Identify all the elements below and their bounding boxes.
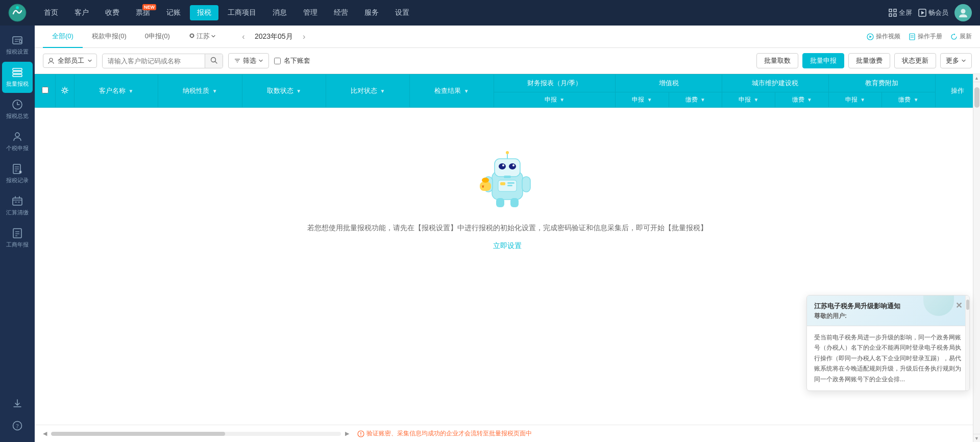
user-avatar[interactable] xyxy=(954,4,972,21)
horizontal-scrollbar[interactable] xyxy=(51,432,341,436)
sidebar-help-btn[interactable]: ? xyxy=(2,415,33,436)
employee-icon xyxy=(47,57,55,64)
operation-video-btn[interactable]: 操作视频 xyxy=(867,32,900,41)
nav-items: 首页 客户 收费 票据 NEW 记账 报税 工商项目 消息 管理 经营 服务 设… xyxy=(37,5,889,20)
sidebar-item-tax-record[interactable]: 报税记录 xyxy=(2,158,33,189)
sidebar-item-tax-overview[interactable]: 报税总览 xyxy=(2,94,33,125)
month-next-btn[interactable]: › xyxy=(298,31,310,43)
svg-point-12 xyxy=(19,40,22,43)
notification-close-button[interactable]: ✕ xyxy=(955,302,962,310)
month-nav: ‹ 2023年05月 › xyxy=(237,31,310,43)
nav-right: 全屏 畅会员 xyxy=(889,4,972,21)
nav-operation[interactable]: 经营 xyxy=(327,5,355,20)
tab-tax-declare[interactable]: 税款申报(0) xyxy=(83,26,136,48)
nav-customer[interactable]: 客户 xyxy=(67,5,96,20)
setup-link[interactable]: 立即设置 xyxy=(493,241,522,251)
right-scrollbar: ▲ ▼ xyxy=(973,74,980,442)
employee-select[interactable]: 全部员工 xyxy=(43,54,97,68)
month-prev-btn[interactable]: ‹ xyxy=(237,31,250,43)
help-icon: ? xyxy=(12,421,22,431)
accounts-checkbox[interactable] xyxy=(274,58,281,64)
sidebar-item-annual-report[interactable]: 工商年报 xyxy=(2,223,33,254)
svg-point-8 xyxy=(961,9,966,14)
scrollbar-track xyxy=(973,82,981,434)
svg-rect-42 xyxy=(910,34,915,40)
status-update-button[interactable]: 状态更新 xyxy=(894,53,936,68)
th-vat: 增值税 xyxy=(616,75,722,92)
th-settings[interactable] xyxy=(56,75,75,108)
app-logo[interactable] xyxy=(8,4,27,22)
scroll-down-button[interactable]: ▼ xyxy=(973,434,981,442)
nav-settings[interactable]: 设置 xyxy=(388,5,416,20)
svg-rect-15 xyxy=(13,71,22,73)
tab-zero-declare[interactable]: 0申报(0) xyxy=(136,26,179,48)
video-icon xyxy=(867,33,874,40)
svg-marker-41 xyxy=(870,35,872,38)
fullscreen-button[interactable]: 全屏 xyxy=(889,8,912,17)
th-financial-report: 财务报表（月/季） xyxy=(494,75,616,92)
tab-region[interactable]: 江苏 xyxy=(179,26,225,48)
nav-service[interactable]: 服务 xyxy=(357,5,386,20)
operation-manual-btn[interactable]: 操作手册 xyxy=(909,32,942,41)
svg-text:¥: ¥ xyxy=(482,184,484,189)
batch-declare-button[interactable]: 批量申报 xyxy=(802,53,844,68)
more-button[interactable]: 更多 xyxy=(940,53,972,68)
search-button[interactable] xyxy=(205,54,223,68)
sidebar-item-settlement[interactable]: 汇算清缴 xyxy=(2,190,33,222)
svg-rect-66 xyxy=(498,180,517,191)
sidebar-item-tax-settings[interactable]: 报税设置 xyxy=(2,30,33,61)
tax-record-icon xyxy=(12,163,23,175)
month-display: 2023年05月 xyxy=(255,32,293,41)
notification-subtitle: 尊敬的用户: xyxy=(814,312,900,321)
th-check-result: 检查结果 ▼ xyxy=(410,75,494,108)
nav-message[interactable]: 消息 xyxy=(265,5,294,20)
scroll-up-button[interactable]: ▲ xyxy=(973,74,981,82)
nav-invoice[interactable]: 票据 NEW xyxy=(129,5,157,20)
refresh-label: 展新 xyxy=(960,32,972,41)
operation-manual-label: 操作手册 xyxy=(918,32,942,41)
member-button[interactable]: 畅会员 xyxy=(918,8,948,17)
svg-point-1 xyxy=(16,6,19,9)
nav-home[interactable]: 首页 xyxy=(37,5,65,20)
notification-body: 受当前电子税务局进一步升级的影响，同一个政务网账号（办税人）名下的企业不能再同时… xyxy=(807,326,969,390)
notification-title: 江苏电子税务局升级影响通知 xyxy=(814,302,900,311)
svg-rect-64 xyxy=(496,198,504,207)
nav-manage[interactable]: 管理 xyxy=(296,5,325,20)
sidebar-download-btn[interactable] xyxy=(2,393,33,413)
svg-rect-68 xyxy=(507,182,514,184)
svg-point-58 xyxy=(512,164,514,166)
batch-fetch-button[interactable]: 批量取数 xyxy=(756,53,798,68)
batch-tax-icon xyxy=(12,67,23,78)
download-icon xyxy=(12,398,22,408)
svg-point-56 xyxy=(509,163,516,169)
sidebar-label-annual-report: 工商年报 xyxy=(6,241,29,249)
tab-all[interactable]: 全部(0) xyxy=(43,26,83,48)
svg-rect-14 xyxy=(13,68,22,70)
sidebar-item-personal-tax[interactable]: 个税申报 xyxy=(2,126,33,157)
nav-business[interactable]: 工商项目 xyxy=(220,5,263,20)
filter-button[interactable]: 筛选 xyxy=(228,53,269,68)
scrollbar-thumb-v xyxy=(974,87,979,108)
search-input[interactable] xyxy=(103,55,205,67)
nav-accounting[interactable]: 记账 xyxy=(159,5,188,20)
toolbar-right-actions: 批量取数 批量申报 批量缴费 状态更新 更多 xyxy=(756,53,972,68)
svg-point-57 xyxy=(502,164,504,166)
fullscreen-label: 全屏 xyxy=(899,8,912,17)
th-client-name: 客户名称 ▼ xyxy=(75,75,158,108)
svg-rect-26 xyxy=(13,198,22,205)
th-city-declare: 申报 ▼ xyxy=(722,92,775,108)
sidebar-label-tax-settings: 报税设置 xyxy=(6,48,29,56)
th-checkbox[interactable] xyxy=(35,75,56,108)
th-fetch-status: 取数状态 ▼ xyxy=(242,75,326,108)
nav-tax[interactable]: 报税 xyxy=(190,5,218,20)
select-all-checkbox[interactable] xyxy=(42,87,48,93)
sidebar-label-personal-tax: 个税申报 xyxy=(6,144,29,152)
nav-fee[interactable]: 收费 xyxy=(98,5,127,20)
sidebar-item-batch-tax[interactable]: 批量报税 xyxy=(2,62,33,93)
svg-rect-32 xyxy=(13,229,21,238)
accounts-checkbox-label[interactable]: 名下账套 xyxy=(274,56,310,65)
refresh-btn[interactable]: 展新 xyxy=(950,32,972,41)
svg-rect-3 xyxy=(894,9,896,12)
batch-pay-button[interactable]: 批量缴费 xyxy=(848,53,890,68)
svg-point-75 xyxy=(360,435,361,436)
